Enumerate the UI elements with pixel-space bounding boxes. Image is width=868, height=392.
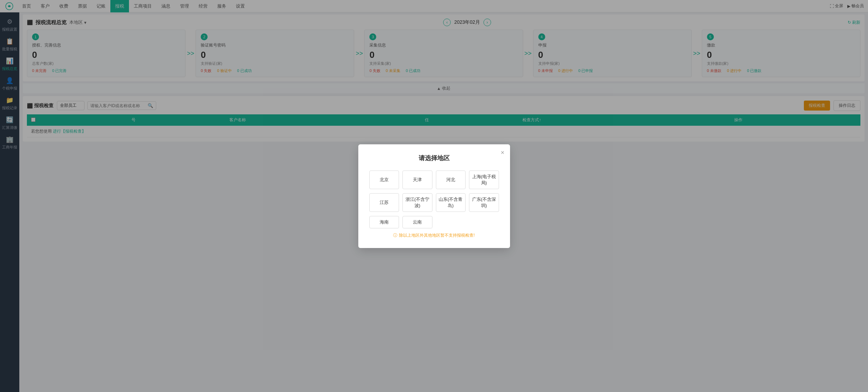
region-btn-shanghai[interactable]: 上海(电子税局) xyxy=(469,171,499,189)
region-grid-row3: 海南 云南 xyxy=(369,216,499,228)
modal-warning: ⓘ 除以上地区外其他地区暂不支持报税检查! xyxy=(369,233,499,238)
warning-text: 除以上地区外其他地区暂不支持报税检查! xyxy=(399,233,475,238)
region-btn-jiangsu[interactable]: 江苏 xyxy=(369,193,399,212)
region-btn-beijing[interactable]: 北京 xyxy=(369,171,399,189)
region-btn-hainan[interactable]: 海南 xyxy=(369,216,399,228)
region-btn-hebei[interactable]: 河北 xyxy=(436,171,466,189)
modal-overlay: × 请选择地区 北京 天津 河北 上海(电子税局) 江苏 浙江(不含宁波) 山东… xyxy=(0,0,868,392)
region-btn-shandong[interactable]: 山东(不含青岛) xyxy=(436,193,466,212)
modal-close-btn[interactable]: × xyxy=(501,149,505,156)
modal-title: 请选择地区 xyxy=(369,154,499,162)
region-btn-yunnan[interactable]: 云南 xyxy=(402,216,432,228)
region-btn-guangdong[interactable]: 广东(不含深圳) xyxy=(469,193,499,212)
region-btn-tianjin[interactable]: 天津 xyxy=(402,171,432,189)
region-grid-row2: 江苏 浙江(不含宁波) 山东(不含青岛) 广东(不含深圳) xyxy=(369,193,499,212)
warning-icon: ⓘ xyxy=(393,233,397,238)
region-grid-row1: 北京 天津 河北 上海(电子税局) xyxy=(369,171,499,189)
region-btn-zhejiang[interactable]: 浙江(不含宁波) xyxy=(402,193,432,212)
region-select-modal: × 请选择地区 北京 天津 河北 上海(电子税局) 江苏 浙江(不含宁波) 山东… xyxy=(358,144,510,248)
